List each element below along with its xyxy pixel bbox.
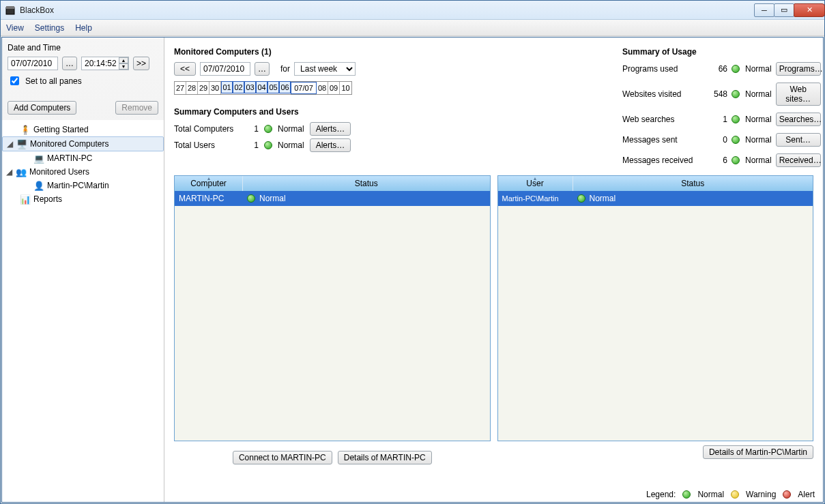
messages-sent-value: 0 (708, 135, 727, 145)
details-user-button[interactable]: Details of Martin-PC\Martin (703, 445, 813, 459)
date-cell[interactable]: 02 (233, 81, 244, 93)
date-cell[interactable]: 30 (209, 82, 221, 94)
messages-received-label: Messages received (622, 155, 704, 165)
websites-button[interactable]: Web sites… (776, 83, 821, 106)
period-select[interactable]: Last week (294, 62, 356, 76)
received-button[interactable]: Received… (776, 153, 821, 167)
tree-monitored-computers[interactable]: ◢ 🖥️ Monitored Computers (2, 136, 164, 151)
remove-button[interactable]: Remove (115, 101, 158, 115)
legend-label: Legend: (646, 490, 676, 499)
menubar: View Settings Help (1, 20, 824, 36)
date-cell[interactable]: 06 (279, 81, 291, 93)
user-icon: 👤 (33, 180, 44, 191)
table-row[interactable]: MARTIN-PC Normal (175, 191, 490, 206)
tree-reports[interactable]: 📊 Reports (2, 192, 164, 206)
main-panel: Monitored Computers (1) << … for Last we… (164, 38, 823, 502)
close-button[interactable]: ✕ (794, 3, 825, 17)
status-dot-icon (732, 65, 740, 73)
date-cell[interactable]: 28 (186, 82, 198, 94)
legend-normal-text: Normal (697, 490, 724, 499)
nav-tree: 🧍 Getting Started ◢ 🖥️ Monitored Compute… (2, 120, 164, 502)
searches-label: Web searches (622, 115, 704, 124)
add-computers-button[interactable]: Add Computers (8, 101, 76, 115)
reports-icon: 📊 (20, 194, 31, 205)
app-window: BlackBox ─ ▭ ✕ View Settings Help Date a… (0, 0, 825, 504)
getting-started-icon: 🧍 (20, 124, 31, 135)
col-user[interactable]: ▴User (498, 176, 573, 191)
status-dot-icon (577, 194, 585, 203)
set-all-panes-checkbox[interactable] (10, 76, 19, 85)
date-time-label: Date and Time (8, 43, 158, 53)
date-input[interactable] (8, 57, 58, 70)
date-cell[interactable]: 29 (198, 82, 209, 94)
tree-martin-user[interactable]: 👤 Martin-PC\Martin (2, 179, 164, 192)
date-cell[interactable]: 03 (244, 81, 256, 93)
legend-warning-text: Warning (746, 490, 776, 499)
table-row[interactable]: Martin-PC\Martin Normal (498, 191, 813, 206)
status-text: Normal (278, 140, 304, 150)
details-computer-button[interactable]: Details of MARTIN-PC (338, 451, 432, 464)
col-status[interactable]: Status (243, 176, 490, 191)
cell-status: Normal (243, 194, 490, 203)
usage-title: Summary of Usage (622, 47, 813, 57)
menu-settings[interactable]: Settings (35, 23, 64, 33)
tree-monitored-users[interactable]: ◢ 👥 Monitored Users (2, 165, 164, 179)
computers-icon: 🖥️ (16, 138, 27, 149)
date-cell[interactable]: 05 (267, 81, 279, 93)
go-button[interactable]: >> (133, 57, 149, 70)
legend-alert-text: Alert (798, 490, 815, 499)
minimize-button[interactable]: ─ (754, 3, 775, 17)
col-status[interactable]: Status (573, 176, 813, 191)
maximize-button[interactable]: ▭ (774, 3, 794, 17)
status-text: Normal (745, 115, 772, 124)
status-dot-icon (732, 115, 740, 123)
date-picker-button[interactable]: … (62, 57, 77, 70)
status-text: Normal (745, 64, 772, 74)
date-cell[interactable]: 01 (221, 81, 233, 93)
app-icon (5, 5, 16, 16)
status-dot-icon (732, 90, 740, 98)
websites-label: Websites visited (622, 89, 704, 99)
alerts-button[interactable]: Alerts… (310, 122, 351, 136)
date-cell[interactable]: 04 (256, 81, 267, 93)
date-cell[interactable]: 10 (340, 82, 351, 94)
time-spinner[interactable]: ▲▼ (119, 57, 128, 70)
date-cell[interactable]: 27 (175, 82, 186, 94)
period-date-picker[interactable]: … (255, 62, 270, 76)
date-cell-selected[interactable]: 07/07 (291, 82, 317, 94)
col-computer[interactable]: ▴Computer (175, 176, 243, 191)
status-dot-icon (264, 141, 272, 149)
tree-getting-started[interactable]: 🧍 Getting Started (2, 123, 164, 136)
period-date-input[interactable] (200, 62, 250, 76)
date-strip: 27 28 29 30 01 02 03 04 05 06 07/07 08 0… (174, 81, 352, 95)
programs-button[interactable]: Programs… (776, 62, 821, 76)
for-label: for (280, 64, 290, 74)
sent-button[interactable]: Sent… (776, 133, 821, 147)
connect-button[interactable]: Connect to MARTIN-PC (233, 451, 332, 464)
date-cell[interactable]: 09 (328, 82, 340, 94)
sort-icon: ▴ (534, 175, 536, 181)
sort-icon: ▴ (207, 175, 210, 181)
messages-sent-label: Messages sent (622, 135, 704, 145)
status-text: Normal (745, 135, 772, 145)
set-all-panes-label: Set to all panes (25, 76, 82, 86)
prev-period-button[interactable]: << (174, 62, 196, 76)
status-dot-icon (732, 136, 740, 144)
messages-received-value: 6 (708, 155, 727, 165)
total-users-value: 1 (248, 140, 259, 150)
searches-button[interactable]: Searches… (776, 113, 821, 126)
alerts-button[interactable]: Alerts… (310, 138, 351, 152)
titlebar: BlackBox ─ ▭ ✕ (1, 1, 824, 20)
svg-rect-1 (6, 6, 14, 9)
date-cell[interactable]: 08 (317, 82, 328, 94)
legend: Legend: Normal Warning Alert (646, 490, 815, 499)
cell-status: Normal (573, 194, 813, 203)
programs-value: 66 (708, 64, 727, 74)
expand-icon[interactable]: ◢ (7, 139, 14, 149)
tree-martin-pc[interactable]: 💻 MARTIN-PC (2, 151, 164, 165)
status-text: Normal (745, 155, 772, 165)
menu-view[interactable]: View (6, 23, 24, 33)
expand-icon[interactable]: ◢ (6, 167, 13, 177)
users-table: ▴User Status Martin-PC\Martin Normal (497, 175, 814, 441)
menu-help[interactable]: Help (75, 23, 92, 33)
